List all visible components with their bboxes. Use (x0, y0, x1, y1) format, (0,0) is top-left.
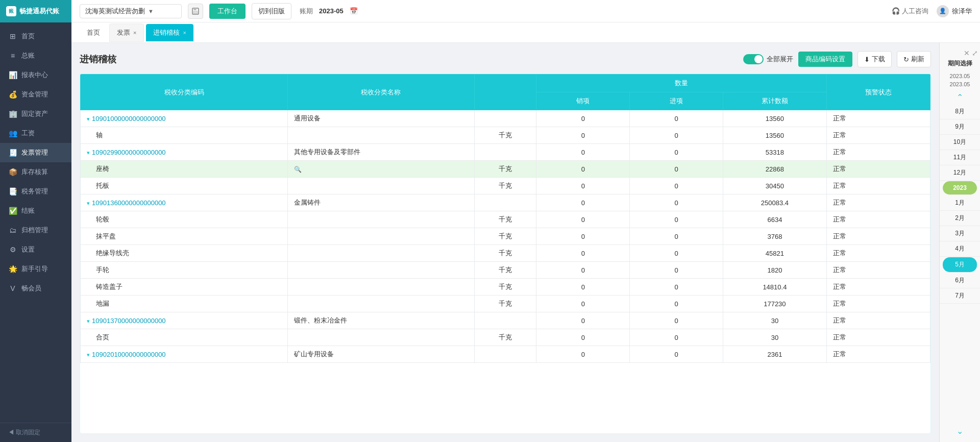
cell-sales: 0 (536, 262, 630, 279)
sidebar-item-payroll[interactable]: 👥 工资 (0, 124, 71, 143)
cell-code: 地漏 (81, 296, 288, 312)
sidebar-item-label: 首页 (21, 32, 35, 41)
period-item[interactable]: 6月 (940, 273, 980, 288)
tab-home[interactable]: 首页 (80, 24, 107, 41)
cell-total: 30 (723, 329, 826, 346)
tab-invoice[interactable]: 发票 × (109, 23, 144, 42)
calendar-icon[interactable]: 📅 (350, 7, 358, 15)
period-down-button[interactable]: ⌄ (940, 424, 980, 438)
cell-purchase: 0 (630, 144, 723, 161)
period-item[interactable]: 1月 (940, 195, 980, 211)
period-item[interactable]: 9月 (940, 119, 980, 135)
table-row: 合页 千克 0 0 30 正常 (81, 329, 930, 346)
sidebar-item-home[interactable]: ⊞ 首页 (0, 27, 71, 46)
company-selector[interactable]: 沈海英测试经营勿删 ▼ (80, 4, 182, 18)
support-label: 人工咨询 (902, 7, 928, 16)
top-header: 沈海英测试经营勿删 ▼ 工作台 切到旧版 账期 2023-05 📅 🎧 人工咨询… (71, 0, 980, 22)
cell-sales: 0 (536, 312, 630, 329)
archive-icon: 🗂 (8, 226, 17, 234)
svg-rect-2 (193, 11, 198, 14)
support-button[interactable]: 🎧 人工咨询 (892, 7, 928, 16)
period-item[interactable]: 8月 (940, 104, 980, 119)
sidebar-item-report[interactable]: 📊 报表中心 (0, 65, 71, 85)
period-item[interactable]: 12月 (940, 165, 980, 181)
cell-unit: 千克 (474, 211, 536, 228)
table-row: 托板 千克 0 0 30450 正常 (81, 178, 930, 194)
cell-sales: 0 (536, 110, 630, 127)
cell-name (288, 178, 474, 194)
save-button[interactable] (188, 4, 203, 19)
period-up-button[interactable]: ⌃ (940, 90, 980, 104)
expand-icon[interactable]: ▾ (87, 318, 90, 324)
period-item[interactable]: 7月 (940, 288, 980, 304)
cell-name (288, 329, 474, 346)
cell-status: 正常 (826, 194, 930, 211)
cell-status: 正常 (826, 245, 930, 262)
sidebar-item-settle[interactable]: ✅ 结账 (0, 201, 71, 220)
right-panel: ✕ ⤢ 期间选择 2023.05 2023.05 ⌃ 8月9月10月11月12月… (939, 43, 980, 442)
cell-unit: 千克 (474, 245, 536, 262)
cell-unit (474, 194, 536, 211)
switch-version-button[interactable]: 切到旧版 (252, 3, 291, 19)
ledger-icon: ≡ (8, 52, 17, 60)
workbench-button[interactable]: 工作台 (209, 4, 246, 19)
sidebar-item-invoice[interactable]: 🧾 发票管理 (0, 143, 71, 162)
period-item[interactable]: 3月 (940, 226, 980, 241)
period-item[interactable]: 5月 (943, 257, 977, 273)
expand-icon[interactable]: ▾ (87, 150, 90, 156)
cell-code: 手轮 (81, 262, 288, 279)
cell-code: ▾10901370000000000000 (81, 312, 288, 329)
sidebar-item-label: 归档管理 (21, 226, 48, 235)
fund-icon: 💰 (8, 90, 17, 99)
cell-name (288, 262, 474, 279)
tab-invoice-close[interactable]: × (133, 30, 136, 36)
th-sales: 销项 (536, 92, 630, 110)
panel-expand-button[interactable]: ⤢ (972, 49, 978, 57)
cell-name: 锻件、粉末冶金件 (288, 312, 474, 329)
expand-toggle[interactable] (743, 54, 764, 64)
sidebar-item-fixed-assets[interactable]: 🏢 固定资产 (0, 104, 71, 124)
tab-reconcile-close[interactable]: × (183, 30, 186, 36)
fixed-assets-icon: 🏢 (8, 110, 17, 118)
panel-top-actions: ✕ ⤢ (940, 47, 980, 57)
sidebar-item-ledger[interactable]: ≡ 总账 (0, 46, 71, 65)
period-item[interactable]: 2023 (943, 181, 977, 195)
refresh-button[interactable]: ↻ 刷新 (897, 51, 931, 67)
period-item[interactable]: 11月 (940, 150, 980, 165)
cell-total: 2361 (723, 346, 826, 363)
sidebar-item-inventory[interactable]: 📦 库存核算 (0, 162, 71, 182)
period-item[interactable]: 2月 (940, 211, 980, 226)
sidebar-item-label: 新手引导 (21, 264, 48, 274)
sidebar-item-guide[interactable]: 🌟 新手引导 (0, 259, 71, 279)
sidebar-item-vip[interactable]: V 畅会员 (0, 279, 71, 298)
cell-name (288, 279, 474, 296)
sidebar-item-settings[interactable]: ⚙ 设置 (0, 240, 71, 259)
cell-name: 矿山专用设备 (288, 346, 474, 363)
product-code-setting-button[interactable]: 商品编码设置 (798, 52, 852, 67)
cell-purchase: 0 (630, 110, 723, 127)
cell-status: 正常 (826, 228, 930, 245)
search-icon[interactable]: 🔍 (294, 166, 302, 173)
period-range-end: 2023.05 (940, 80, 980, 90)
cell-name: 🔍 (288, 161, 474, 178)
th-quantity: 数量 (536, 75, 827, 92)
page-content: 进销稽核 全部展开 商品编码设置 ⬇ 下载 ↻ 刷 (71, 43, 939, 442)
cell-sales: 0 (536, 329, 630, 346)
expand-icon[interactable]: ▾ (87, 200, 90, 206)
sidebar-item-fund[interactable]: 💰 资金管理 (0, 85, 71, 104)
cell-status: 正常 (826, 110, 930, 127)
expand-icon[interactable]: ▾ (87, 116, 90, 122)
app-logo: 账 畅捷通易代账 (0, 0, 71, 22)
period-item[interactable]: 10月 (940, 135, 980, 150)
panel-close-button[interactable]: ✕ (964, 49, 970, 57)
period-item[interactable]: 4月 (940, 241, 980, 257)
sidebar-item-label: 工资 (21, 129, 35, 138)
download-button[interactable]: ⬇ 下载 (857, 51, 892, 67)
expand-icon[interactable]: ▾ (87, 352, 90, 358)
sidebar-footer-unpin[interactable]: ◀ 取消固定 (0, 423, 71, 442)
sidebar-item-archive[interactable]: 🗂 归档管理 (0, 220, 71, 240)
cell-status: 正常 (826, 296, 930, 312)
sidebar-item-tax[interactable]: 📑 税务管理 (0, 182, 71, 201)
sidebar: 账 畅捷通易代账 ⊞ 首页 ≡ 总账 📊 报表中心 💰 资金管理 🏢 固定资产 … (0, 0, 71, 442)
tab-reconcile[interactable]: 进销稽核 × (146, 24, 193, 41)
